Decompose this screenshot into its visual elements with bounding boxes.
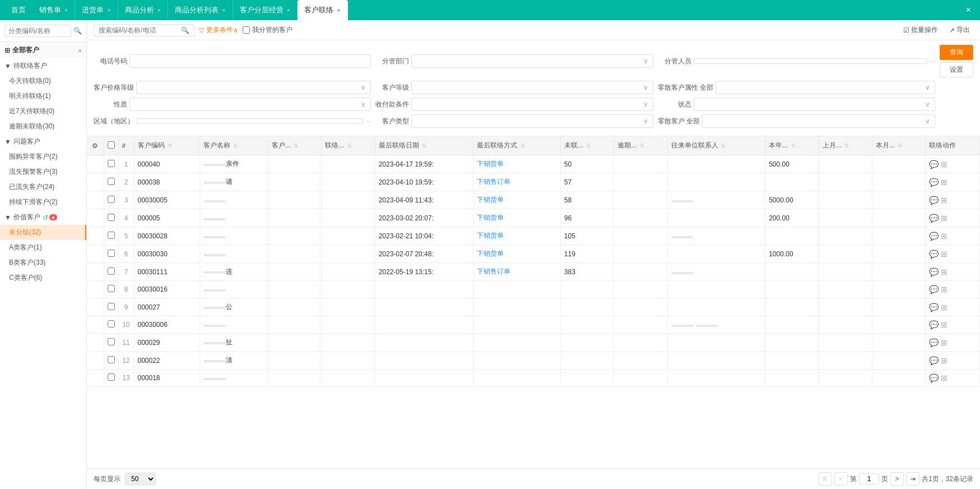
cell-checkbox[interactable] (104, 245, 118, 263)
action-grid-icon[interactable]: ⊞ (941, 320, 948, 329)
cell-checkbox[interactable] (104, 263, 118, 281)
prev-page-btn[interactable]: < (834, 472, 848, 486)
query-button[interactable]: 查询 (940, 45, 973, 60)
col-overdue[interactable]: 逾期... ⇅ (614, 136, 667, 155)
action-message-icon[interactable]: 💬 (929, 196, 939, 205)
action-grid-icon[interactable]: ⊞ (941, 250, 948, 259)
sidebar-group-value[interactable]: ▼ 价值客户 ↺ ● (0, 210, 86, 225)
nature-select[interactable]: ∨ (129, 98, 371, 111)
cell-checkbox[interactable] (104, 316, 118, 334)
last-method-link[interactable]: 下销货单 (477, 160, 504, 168)
action-message-icon[interactable]: 💬 (929, 214, 939, 223)
price-level-select[interactable]: ∨ (136, 81, 371, 94)
action-message-icon[interactable]: 💬 (929, 338, 939, 347)
last-page-btn[interactable]: ⇥ (906, 472, 919, 486)
col-last-month[interactable]: 上月... ⇅ (819, 136, 872, 155)
tab-sales[interactable]: 销售单 × (32, 0, 75, 20)
home-tab[interactable]: 首页 (4, 5, 32, 15)
sidebar-item-declining[interactable]: 持续下滑客户(2) (0, 195, 86, 210)
action-grid-icon[interactable]: ⊞ (941, 338, 948, 347)
action-grid-icon[interactable]: ⊞ (941, 267, 948, 276)
value-refresh-icon[interactable]: ↺ (43, 214, 48, 222)
col-name[interactable]: 客户名称 ⇅ (200, 136, 268, 155)
action-message-icon[interactable]: 💬 (929, 303, 939, 312)
action-message-icon[interactable]: 💬 (929, 356, 939, 365)
tab-sales-close[interactable]: × (64, 7, 68, 13)
cust-type-select[interactable]: ∨ (411, 114, 653, 128)
last-method-link[interactable]: 下销售订单 (477, 178, 510, 186)
sidebar-search-input[interactable] (4, 25, 71, 37)
dept-select[interactable]: ∨ (411, 54, 653, 68)
last-method-link[interactable]: 下销货单 (477, 214, 504, 222)
tab-customer-segment-close[interactable]: × (287, 7, 290, 13)
reset-button[interactable]: 设置 (940, 62, 973, 77)
action-grid-icon[interactable]: ⊞ (941, 160, 948, 169)
row-checkbox[interactable] (108, 285, 115, 292)
settings-icon[interactable]: ⚙ (92, 142, 98, 150)
col-associate[interactable]: 往来单位联系人 ⇅ (667, 136, 765, 155)
row-checkbox[interactable] (108, 267, 115, 275)
sidebar-item-7days[interactable]: 近7天待联络(0) (0, 104, 86, 119)
action-grid-icon[interactable]: ⊞ (941, 214, 948, 223)
action-message-icon[interactable]: 💬 (929, 267, 939, 276)
last-method-link[interactable]: 下销货单 (477, 196, 504, 204)
action-grid-icon[interactable]: ⊞ (941, 303, 948, 312)
my-customers-checkbox-area[interactable]: 我分管的客户 (243, 25, 292, 35)
first-page-btn[interactable]: K (819, 472, 832, 486)
action-message-icon[interactable]: 💬 (929, 250, 939, 259)
my-customers-checkbox[interactable] (243, 26, 250, 34)
payment-select[interactable]: ∨ (411, 98, 653, 111)
col-settings[interactable]: ⚙ (87, 136, 104, 155)
action-grid-icon[interactable]: ⊞ (941, 285, 948, 294)
filter-search-input[interactable] (99, 26, 179, 34)
row-checkbox[interactable] (108, 338, 115, 345)
row-checkbox[interactable] (108, 250, 115, 257)
region-select[interactable] (136, 118, 363, 124)
sidebar-item-today[interactable]: 今天待联络(0) (0, 73, 86, 89)
export-button[interactable]: ↗ 导出 (946, 24, 973, 36)
sidebar-group-pending[interactable]: ▼ 待联络客户 (0, 58, 86, 73)
select-all-checkbox[interactable] (108, 141, 115, 149)
cell-checkbox[interactable] (104, 281, 118, 298)
sidebar-item-tomorrow[interactable]: 明天待联络(1) (0, 89, 86, 104)
region-more-icon[interactable]: ··· (365, 117, 371, 125)
row-checkbox[interactable] (108, 178, 115, 185)
action-message-icon[interactable]: 💬 (929, 232, 939, 241)
tab-product-list[interactable]: 商品分析列表 × (168, 0, 233, 20)
row-checkbox[interactable] (108, 214, 115, 221)
sidebar-item-churn-warn[interactable]: 流失预警客户(3) (0, 164, 86, 179)
phone-input[interactable] (129, 54, 371, 68)
tab-customer-contact-close[interactable]: × (337, 7, 340, 13)
col-this-year[interactable]: 本年... ⇅ (765, 136, 819, 155)
retail-attr-select[interactable]: ∨ (716, 81, 935, 94)
action-grid-icon[interactable]: ⊞ (941, 232, 948, 241)
col-this-month[interactable]: 本月... ⇅ (872, 136, 926, 155)
sidebar-item-churned[interactable]: 已流失客户(24) (0, 179, 86, 195)
row-checkbox[interactable] (108, 356, 115, 363)
row-checkbox[interactable] (108, 196, 115, 203)
cell-checkbox[interactable] (104, 352, 118, 370)
cust-level-select[interactable]: ∨ (411, 81, 653, 94)
tab-product-analysis-close[interactable]: × (157, 7, 161, 13)
status-select[interactable]: ∨ (694, 98, 935, 111)
col-checkbox[interactable] (104, 136, 118, 155)
sidebar-item-classB[interactable]: B类客户(33) (0, 255, 86, 270)
action-grid-icon[interactable]: ⊞ (941, 178, 948, 187)
tab-product-analysis[interactable]: 商品分析 × (118, 0, 168, 20)
row-checkbox[interactable] (108, 160, 115, 167)
cell-checkbox[interactable] (104, 209, 118, 227)
page-number-input[interactable] (859, 473, 879, 485)
col-code[interactable]: 客户编码 ⇅ (134, 136, 200, 155)
sidebar-item-ungroup[interactable]: 未分组(32) (0, 225, 86, 240)
col-cat[interactable]: 客户... ⇅ (268, 136, 321, 155)
tab-purchase-close[interactable]: × (107, 7, 110, 13)
manager-select[interactable] (694, 58, 927, 64)
tab-customer-contact[interactable]: 客户联络 × (298, 0, 347, 20)
col-uncontacted[interactable]: 未联... ⇅ (560, 136, 614, 155)
sidebar-all-customers[interactable]: ⊞ 全部客户 « (0, 42, 86, 58)
cell-checkbox[interactable] (104, 370, 118, 387)
filter-search-icon[interactable]: 🔍 (181, 26, 189, 34)
per-page-select[interactable]: 50 100 200 (125, 473, 156, 485)
col-contact[interactable]: 联络... ⇅ (322, 136, 375, 155)
sidebar-search-icon[interactable]: 🔍 (73, 27, 82, 35)
